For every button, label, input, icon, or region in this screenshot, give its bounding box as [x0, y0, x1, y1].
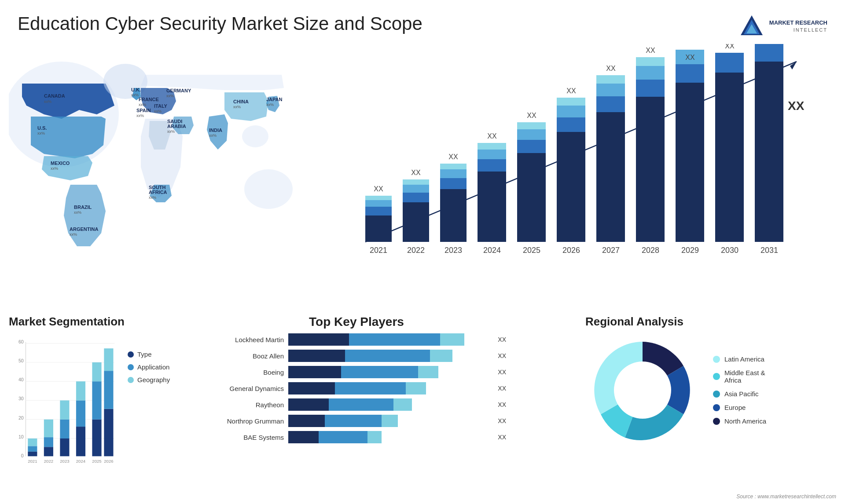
svg-text:xx%: xx%	[266, 102, 274, 107]
svg-text:40: 40	[18, 377, 24, 382]
svg-text:XX: XX	[725, 44, 735, 50]
svg-rect-83	[636, 97, 665, 242]
svg-text:XX: XX	[411, 169, 421, 176]
svg-text:xx%: xx%	[74, 210, 81, 215]
player-name-northrop: Northrop Grumman	[207, 417, 284, 425]
svg-rect-42	[365, 207, 392, 215]
regional-analysis-section: Regional Analysis Latin America Midd	[585, 315, 836, 491]
svg-rect-135	[92, 381, 101, 420]
svg-text:50: 50	[18, 358, 24, 363]
legend-middle-east: Middle East &Africa	[713, 369, 766, 384]
player-bar-booz	[288, 350, 491, 362]
svg-text:SPAIN: SPAIN	[136, 108, 151, 113]
world-map: CANADA xx% U.S. xx% MEXICO xx% BRAZIL xx…	[9, 48, 308, 259]
svg-rect-128	[60, 400, 69, 419]
player-bar-northrop	[288, 415, 491, 427]
player-bar-boeing	[288, 366, 491, 378]
regional-title: Regional Analysis	[585, 315, 836, 329]
legend-europe: Europe	[713, 404, 766, 411]
svg-text:xx%: xx%	[139, 102, 146, 107]
svg-text:2026: 2026	[104, 459, 113, 464]
svg-text:AFRICA: AFRICA	[149, 190, 167, 195]
source-text: Source : www.marketresearchintellect.com	[736, 493, 836, 500]
svg-rect-86	[636, 57, 665, 66]
player-row-boeing: Boeing XX	[207, 366, 506, 378]
svg-rect-78	[596, 96, 625, 112]
svg-rect-41	[365, 215, 392, 242]
svg-rect-126	[60, 438, 69, 456]
svg-text:2025: 2025	[523, 246, 540, 255]
svg-text:ITALY: ITALY	[154, 103, 168, 109]
svg-text:xx%: xx%	[166, 94, 174, 98]
player-bar-dynamics	[288, 382, 491, 394]
svg-text:2025: 2025	[92, 459, 101, 464]
logo-icon	[738, 13, 765, 40]
svg-rect-80	[596, 75, 625, 84]
svg-rect-90	[676, 64, 704, 83]
player-name-bae: BAE Systems	[207, 434, 284, 441]
legend-label-geography: Geography	[137, 376, 170, 383]
svg-text:XX: XX	[646, 47, 655, 54]
svg-rect-61	[478, 150, 506, 159]
svg-text:60: 60	[18, 339, 24, 344]
svg-rect-74	[557, 98, 585, 106]
svg-rect-127	[60, 420, 69, 438]
svg-rect-122	[44, 447, 53, 456]
growth-bar-chart: 2021 XX 2022 XX 2023 XX 2024 XX 2025 XX	[317, 44, 832, 268]
svg-text:XX: XX	[606, 65, 616, 72]
svg-text:2022: 2022	[407, 246, 425, 255]
svg-text:2029: 2029	[681, 246, 699, 255]
svg-rect-55	[440, 169, 467, 178]
svg-text:MEXICO: MEXICO	[51, 161, 70, 166]
map-section: CANADA xx% U.S. xx% MEXICO xx% BRAZIL xx…	[9, 48, 308, 259]
svg-text:2022: 2022	[44, 459, 53, 464]
svg-rect-94	[715, 53, 744, 73]
player-row-raytheon: Raytheon XX	[207, 398, 506, 411]
svg-rect-118	[28, 452, 37, 457]
svg-rect-84	[636, 80, 665, 97]
legend-label-application: Application	[137, 363, 169, 371]
regional-legend: Latin America Middle East &Africa Asia P…	[713, 355, 766, 425]
svg-text:FRANCE: FRANCE	[139, 97, 159, 102]
svg-text:2023: 2023	[60, 459, 69, 464]
svg-text:10: 10	[18, 434, 24, 439]
svg-rect-93	[715, 73, 744, 242]
legend-dot-geography	[128, 377, 134, 383]
svg-text:XX: XX	[374, 185, 383, 193]
svg-rect-73	[557, 106, 585, 117]
key-players-title: Top Key Players	[207, 315, 506, 329]
svg-rect-140	[104, 348, 113, 371]
svg-rect-54	[440, 178, 467, 189]
label-latin-america: Latin America	[724, 355, 764, 363]
svg-text:2031: 2031	[760, 246, 778, 255]
svg-text:2026: 2026	[562, 246, 580, 255]
svg-rect-130	[76, 427, 85, 456]
svg-text:xx%: xx%	[44, 99, 51, 104]
legend-asia-pacific: Asia Pacific	[713, 390, 766, 398]
svg-rect-120	[28, 438, 37, 446]
svg-rect-72	[557, 117, 585, 132]
legend-dot-application	[128, 364, 134, 370]
svg-rect-89	[676, 83, 704, 242]
svg-rect-48	[403, 193, 429, 202]
svg-rect-66	[517, 140, 546, 153]
player-bar-raytheon	[288, 398, 491, 411]
svg-rect-77	[596, 112, 625, 242]
legend-latin-america: Latin America	[713, 355, 766, 363]
svg-text:xx%: xx%	[233, 105, 241, 109]
svg-rect-96	[755, 62, 783, 242]
svg-rect-68	[517, 122, 546, 129]
svg-text:XX: XX	[527, 112, 536, 119]
legend-application: Application	[128, 363, 170, 371]
svg-text:ARGENTINA: ARGENTINA	[70, 226, 98, 232]
svg-text:xx%: xx%	[70, 232, 77, 237]
svg-rect-119	[28, 446, 37, 451]
legend-dot-type	[128, 351, 134, 358]
market-segmentation-section: Market Segmentation 0 10 20 30 40 50 60 …	[9, 315, 198, 491]
label-europe: Europe	[724, 404, 746, 411]
svg-text:2021: 2021	[370, 246, 387, 255]
svg-text:2024: 2024	[483, 246, 501, 255]
svg-text:xx%: xx%	[167, 129, 175, 134]
page-title: Education Cyber Security Market Size and…	[18, 13, 422, 34]
regional-content: Latin America Middle East &Africa Asia P…	[585, 333, 836, 447]
